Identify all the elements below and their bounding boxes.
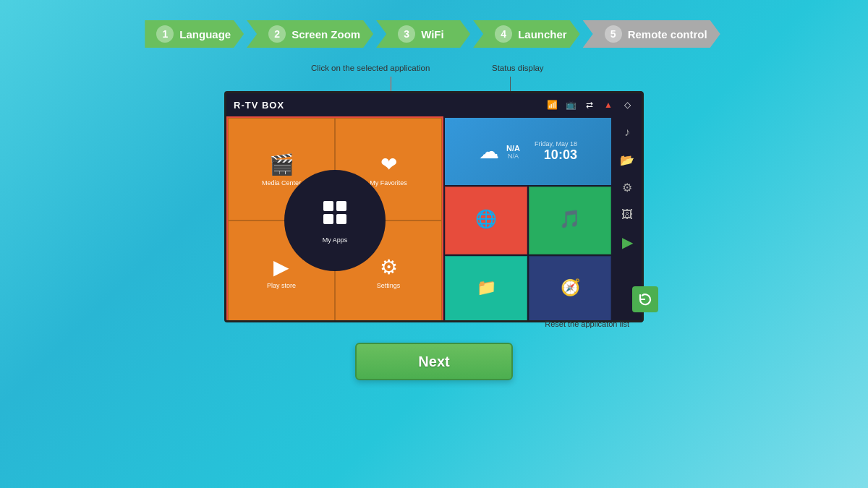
nav-icon: 🧭 [561, 278, 580, 297]
step-1-num: 1 [156, 25, 174, 43]
annotation-status: Status display [492, 64, 544, 72]
app-grid: 🎬 Media Center ❤ My Favorites ▶ Play sto… [226, 116, 443, 322]
reset-button-area: Reset the applicaton list [632, 286, 658, 312]
weather-na2: N/A [508, 153, 519, 160]
svg-rect-2 [323, 214, 333, 224]
main-content: Click on the selected application Status… [0, 61, 868, 380]
browser-icon: 🌐 [475, 209, 497, 229]
reset-button[interactable] [632, 286, 658, 312]
sidebar-play-icon[interactable]: ▶ [617, 232, 637, 252]
weather-na1: N/A [506, 144, 520, 153]
bluetooth-icon: ◇ [620, 98, 634, 112]
step-3[interactable]: 3 WiFi [376, 20, 470, 48]
step-2-num: 2 [268, 25, 286, 43]
settings-icon: ⚙ [380, 255, 398, 279]
files-tile[interactable]: 📁 [445, 256, 527, 322]
step-4-num: 4 [495, 25, 512, 43]
annotation-click-line [391, 77, 391, 91]
svg-rect-0 [323, 201, 333, 211]
weather-date: Friday, May 18 [535, 140, 577, 147]
notification-icon: ▲ [601, 98, 616, 112]
my-favorites-label: My Favorites [370, 179, 407, 187]
sidebar-image-icon[interactable]: 🖼 [617, 205, 637, 225]
tvbox-logo: R-TV BOX [234, 100, 284, 111]
weather-time: 10:03 [544, 147, 577, 163]
tvbox-wrapper: R-TV BOX 📶 📺 ⇄ ▲ ◇ 🎬 Media Center [210, 91, 658, 322]
annotation-status-line [510, 77, 511, 91]
step-4-label: Launcher [518, 28, 567, 40]
sidebar-music-icon[interactable]: ♪ [617, 122, 637, 142]
my-apps-label: My Apps [323, 236, 348, 244]
music-tile[interactable]: 🎵 [529, 187, 611, 254]
step-3-label: WiFi [421, 28, 444, 40]
media-center-icon: 🎬 [269, 153, 294, 176]
music-icon: 🎵 [559, 209, 581, 229]
status-icons: 📶 📺 ⇄ ▲ ◇ [545, 98, 634, 112]
reset-label: Reset the applicaton list [545, 320, 629, 328]
svg-rect-1 [336, 201, 346, 211]
step-2-label: Screen Zoom [292, 28, 360, 40]
wizard-steps: 1 Language 2 Screen Zoom 3 WiFi 4 Launch… [0, 0, 868, 61]
play-store-icon: ▶ [273, 255, 289, 279]
screen-icon: 📺 [563, 98, 578, 112]
weather-row: ☁ N/A N/A Friday, May 18 10:03 [479, 140, 577, 163]
annotation-click: Click on the selected application [311, 64, 430, 72]
weather-tile: ☁ N/A N/A Friday, May 18 10:03 [445, 118, 611, 185]
next-button-area: Next [355, 343, 513, 380]
step-5-num: 5 [605, 25, 622, 43]
step-2[interactable]: 2 Screen Zoom [247, 20, 373, 48]
step-3-num: 3 [398, 25, 415, 43]
my-apps-icon [320, 198, 349, 234]
media-center-label: Media Center [262, 179, 301, 187]
step-1[interactable]: 1 Language [145, 20, 244, 48]
tvbox-screen: R-TV BOX 📶 📺 ⇄ ▲ ◇ 🎬 Media Center [224, 91, 644, 322]
step-1-label: Language [179, 28, 231, 40]
wifi-icon: 📶 [545, 98, 559, 112]
step-4[interactable]: 4 Launcher [473, 20, 580, 48]
right-tiles: ☁ N/A N/A Friday, May 18 10:03 [443, 116, 613, 322]
next-button[interactable]: Next [355, 343, 513, 380]
step-5-label: Remote control [628, 28, 707, 40]
settings-label: Settings [377, 282, 401, 289]
svg-rect-3 [336, 214, 346, 224]
step-5[interactable]: 5 Remote control [583, 20, 720, 48]
files-icon: 📁 [477, 278, 496, 297]
tvbox-body: 🎬 Media Center ❤ My Favorites ▶ Play sto… [226, 116, 642, 322]
sidebar-settings-icon[interactable]: ⚙ [617, 177, 637, 197]
cast-icon: ⇄ [582, 98, 597, 112]
tvbox-header: R-TV BOX 📶 📺 ⇄ ▲ ◇ [226, 93, 642, 116]
nav-tile[interactable]: 🧭 [529, 256, 611, 322]
browser-tile[interactable]: 🌐 [445, 187, 527, 254]
sidebar-folder-icon[interactable]: 📂 [617, 150, 637, 170]
play-store-label: Play store [267, 282, 296, 289]
cloud-icon: ☁ [479, 140, 499, 163]
my-apps-circle[interactable]: My Apps [284, 170, 386, 271]
my-favorites-icon: ❤ [380, 153, 397, 176]
